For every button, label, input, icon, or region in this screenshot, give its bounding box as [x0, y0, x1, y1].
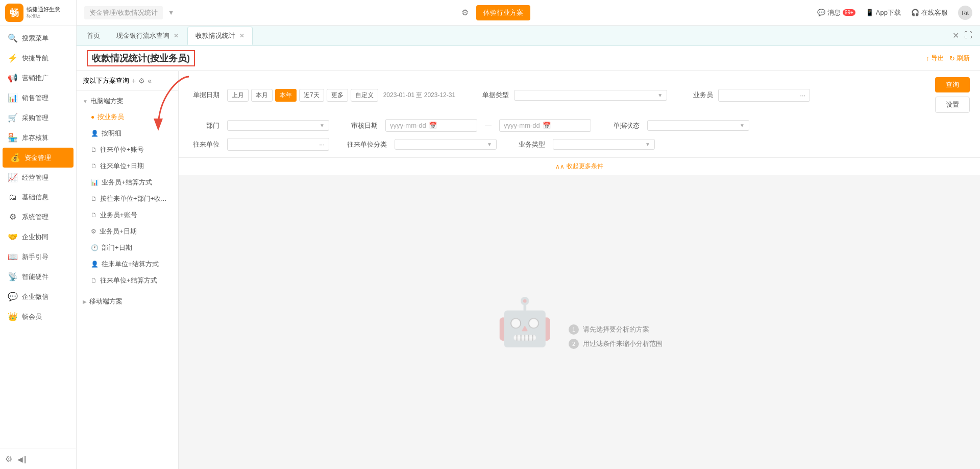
scheme-header: 按以下方案查询 + ⚙ « [77, 71, 178, 91]
scheme-collapse-icon[interactable]: « [148, 77, 152, 85]
message-icon: 💬 [817, 9, 825, 16]
scheme-item-salesman-date-label: 业务员+日期 [100, 227, 137, 236]
scheme-settings-icon[interactable]: ⚙ [138, 77, 145, 85]
iot-icon: 📡 [8, 272, 18, 282]
scheme-item-unit-settle2-label: 往来单位+结算方式 [100, 276, 157, 285]
filter-row-3: 往来单位 ··· 往来单位分类 ▼ 业务类型 ▼ [189, 138, 970, 151]
message-btn[interactable]: 💬 消息 99+ [817, 8, 855, 17]
audit-date-to[interactable]: yyyy-mm-dd 📅 [499, 119, 591, 132]
sidebar-item-system[interactable]: ⚙ 系统管理 [0, 207, 76, 227]
topbar-gear-icon[interactable]: ⚙ [461, 8, 469, 17]
scheme-item-unit-settle2[interactable]: 🗋 往来单位+结算方式 [77, 272, 178, 289]
tab-bank-flow-close-icon[interactable]: ✕ [174, 32, 179, 39]
result-step-1: 1 请先选择要分析的方案 [569, 324, 663, 335]
scheme-item-unit-dept[interactable]: 🗋 按往来单位+部门+收... [77, 191, 178, 207]
doctype-chevron-icon: ▼ [657, 92, 663, 98]
sidebar-settings-icon[interactable]: ⚙ [5, 454, 12, 464]
sidebar-item-sales[interactable]: 📊 销售管理 [0, 88, 76, 108]
result-content: 🤖 1 请先选择要分析的方案 2 用过滤条件来缩小分析范围 [496, 295, 663, 349]
date-btn-this-year[interactable]: 本年 [275, 89, 297, 102]
service-btn[interactable]: 🎧 在线客服 [911, 8, 948, 17]
doctype-select[interactable]: ▼ [514, 90, 667, 101]
step-1-num: 1 [569, 324, 579, 335]
sidebar-item-iot[interactable]: 📡 智能硬件 [0, 267, 76, 287]
app-download-btn[interactable]: 📱 App下载 [866, 8, 901, 17]
refresh-button[interactable]: ↻ 刷新 [949, 54, 970, 63]
tab-collection-stat-close-icon[interactable]: ✕ [239, 32, 244, 39]
date-btn-more[interactable]: 更多 [327, 89, 348, 102]
trial-button[interactable]: 体验行业方案 [476, 5, 530, 20]
counterpart-type-select[interactable]: ▼ [395, 139, 497, 150]
export-button[interactable]: ↑ 导出 [926, 54, 945, 63]
filter-settings-button[interactable]: 设置 [935, 97, 970, 113]
scheme-item-salesman-acct[interactable]: 🗋 业务员+账号 [77, 207, 178, 223]
sidebar-item-corp[interactable]: 🤝 企业协同 [0, 227, 76, 247]
scheme-item-detail-icon: 👤 [91, 130, 99, 137]
app-label: App下载 [876, 8, 901, 17]
counterpart-more-icon[interactable]: ··· [319, 140, 325, 148]
scheme-item-unit-date[interactable]: 🗋 往来单位+日期 [77, 158, 178, 174]
salesman-input[interactable]: ··· [718, 89, 810, 102]
dept-select[interactable]: ▼ [227, 120, 329, 131]
app-icon: 📱 [866, 9, 874, 16]
collapse-bar[interactable]: ∧∧ 收起更多条件 [179, 157, 980, 175]
scheme-item-by-salesman[interactable]: ● 按业务员 [77, 109, 178, 125]
tab-bank-flow[interactable]: 现金银行流水查询 ✕ [109, 27, 186, 45]
scheme-item-salesman-acct-label: 业务员+账号 [100, 210, 137, 220]
sidebar-item-quick-nav[interactable]: ⚡ 快捷导航 [0, 48, 76, 68]
service-icon: 🎧 [911, 9, 919, 16]
salesman-more-icon[interactable]: ··· [800, 91, 805, 99]
scheme-item-dept-date[interactable]: 🕐 部门+日期 [77, 240, 178, 256]
scheme-item-salesman-icon: ● [91, 113, 94, 121]
sidebar-item-purchase[interactable]: 🛒 采购管理 [0, 108, 76, 128]
scheme-group-mobile-chevron-icon: ▶ [83, 299, 87, 304]
date-btn-7days[interactable]: 近7天 [299, 89, 324, 102]
audit-date-from[interactable]: yyyy-mm-dd 📅 [385, 119, 477, 132]
tab-home[interactable]: 首页 [79, 27, 108, 45]
tab-close-all-icon[interactable]: ✕ [952, 31, 959, 40]
sidebar-item-finance[interactable]: 💰 资金管理 [3, 148, 74, 168]
page-title: 收款情况统计(按业务员) [87, 50, 195, 66]
scheme-item-by-detail[interactable]: 👤 按明细 [77, 125, 178, 142]
filter-row-2: 部门 ▼ 审核日期 yyyy-mm-dd 📅 — yyyy-mm-dd 📅 [189, 119, 970, 132]
scheme-item-salesman-settle[interactable]: 📊 业务员+结算方式 [77, 174, 178, 191]
date-btn-last-month[interactable]: 上月 [227, 89, 249, 102]
scheme-item-salesman-date[interactable]: ⚙ 业务员+日期 [77, 223, 178, 240]
topbar-right: 💬 消息 99+ 📱 App下载 🎧 在线客服 Rit [817, 6, 972, 20]
result-illustration: 🤖 [496, 295, 553, 349]
calendar-from-icon[interactable]: 📅 [429, 122, 437, 129]
sidebar-item-operation[interactable]: 📈 经营管理 [0, 168, 76, 187]
sidebar-item-guide[interactable]: 📖 新手引导 [0, 247, 76, 267]
tab-collection-stat[interactable]: 收款情况统计 ✕ [187, 27, 253, 45]
sidebar-logo: 畅 畅捷通好生意 标准版 [0, 0, 76, 26]
sidebar-label-wechat: 企业微信 [22, 292, 48, 301]
collapse-chevron-icon: ∧∧ [555, 163, 565, 170]
sidebar-item-basic[interactable]: 🗂 基础信息 [0, 187, 76, 207]
salesman-filter: 业务员 ··· [682, 89, 810, 102]
scheme-group-mobile-header[interactable]: ▶ 移动端方案 [77, 294, 178, 309]
sidebar-item-member[interactable]: 👑 畅会员 [0, 307, 76, 326]
biz-type-select[interactable]: ▼ [553, 139, 655, 150]
sidebar-item-inventory[interactable]: 🏪 库存核算 [0, 128, 76, 148]
counterpart-label: 往来单位 [189, 140, 219, 149]
counterpart-input[interactable]: ··· [227, 138, 329, 151]
sidebar-label-quick-nav: 快捷导航 [22, 54, 48, 63]
tab-maximize-icon[interactable]: ⛶ [964, 31, 972, 40]
scheme-group-desktop-chevron-icon: ▼ [83, 99, 88, 104]
scheme-group-desktop-header[interactable]: ▼ 电脑端方案 [77, 93, 178, 109]
logo-icon: 畅 [5, 4, 23, 22]
sidebar-item-wechat[interactable]: 💬 企业微信 [0, 287, 76, 307]
doc-status-select[interactable]: ▼ [647, 120, 749, 131]
scheme-add-icon[interactable]: + [132, 77, 136, 85]
calendar-to-icon[interactable]: 📅 [543, 122, 551, 129]
scheme-item-unit-acct[interactable]: 🗋 往来单位+账号 [77, 142, 178, 158]
user-avatar[interactable]: Rit [958, 6, 972, 20]
date-btn-custom[interactable]: 自定义 [351, 89, 378, 102]
sidebar-item-marketing[interactable]: 📢 营销推广 [0, 68, 76, 88]
scheme-item-unit-settle1[interactable]: 👤 往来单位+结算方式 [77, 256, 178, 272]
scheme-item-dept-date-label: 部门+日期 [102, 243, 132, 252]
sidebar-item-search[interactable]: 🔍 搜索菜单 [0, 28, 76, 48]
date-btn-this-month[interactable]: 本月 [251, 89, 273, 102]
sidebar-collapse-icon[interactable]: ◀‖ [17, 455, 27, 463]
search-button[interactable]: 查询 [935, 77, 970, 92]
